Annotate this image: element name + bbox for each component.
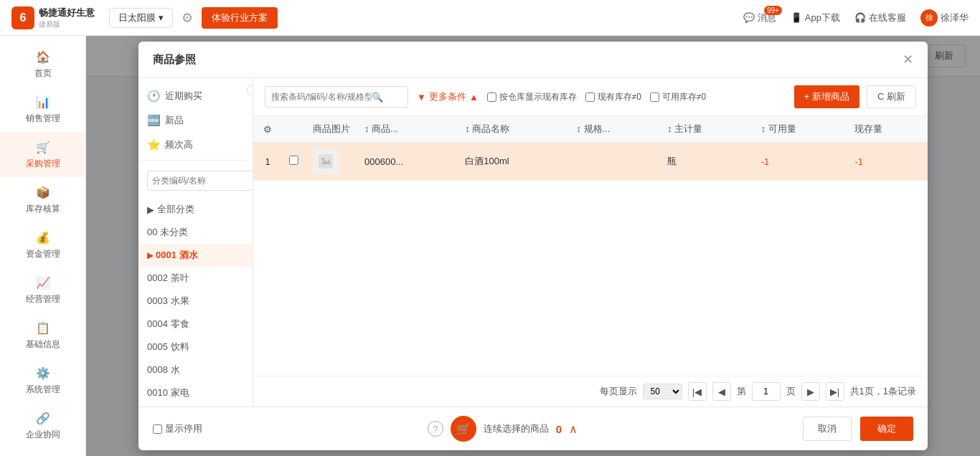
warehouse-stock-checkbox[interactable]: 按仓库显示现有库存: [487, 91, 577, 103]
cart-text: 连续选择的商品: [484, 422, 549, 435]
sidebar-item-inventory[interactable]: 📦 库存核算: [0, 177, 85, 222]
store-selector[interactable]: 日太阳膜 ▾: [109, 8, 173, 28]
category-wine[interactable]: ▶ 0001 酒水: [138, 244, 253, 267]
nonzero-available-checkbox[interactable]: 可用库存≠0: [650, 91, 706, 103]
messages-button[interactable]: 💬 消息 99+: [743, 11, 776, 24]
sidebar-item-base-info[interactable]: 📋 基础信息: [0, 313, 85, 358]
sidebar-item-home[interactable]: 🏠 首页: [0, 42, 85, 87]
category-all[interactable]: ▶ 全部分类: [138, 198, 253, 221]
row-checkbox[interactable]: [282, 143, 306, 181]
row-spec: [570, 143, 661, 181]
category-snack[interactable]: 0004 零食: [138, 313, 253, 336]
filter-arrow-icon: ▲: [469, 92, 479, 103]
prev-page-button[interactable]: ◀: [712, 382, 731, 401]
total-label: 共1页，1条记录: [850, 385, 916, 398]
active-arrow-icon: ▶: [147, 251, 153, 260]
row-code: 000600...: [357, 143, 458, 181]
app-download-button[interactable]: 📱 App下载: [791, 11, 840, 24]
sidebar-frequent[interactable]: ⭐ 频次高: [138, 133, 253, 157]
col-unit[interactable]: ↕ 主计量: [660, 116, 754, 143]
cart-icon[interactable]: 🛒: [451, 416, 476, 442]
modal-footer: 显示停用 ? 🛒 连续选择的商品 0 ∧ 取消 确定: [138, 407, 928, 450]
first-page-button[interactable]: |◀: [688, 382, 707, 401]
product-table-container: ⚙ 商品图片 ↕ 商品... ↕ 商品名称: [253, 116, 928, 376]
sidebar-recent-purchases[interactable]: 🕐 近期购买: [138, 84, 253, 108]
category-beverage[interactable]: 0005 饮料: [138, 336, 253, 358]
col-code[interactable]: ↕ 商品...: [357, 116, 458, 143]
help-button[interactable]: ?: [428, 421, 443, 437]
base-info-icon: 📋: [35, 320, 51, 336]
product-search-input[interactable]: [271, 92, 372, 102]
col-image: 商品图片: [306, 116, 357, 143]
online-service-button[interactable]: 🎧 在线客服: [854, 11, 906, 24]
col-name[interactable]: ↕ 商品名称: [458, 116, 569, 143]
nonzero-stock-checkbox[interactable]: 现有库存≠0: [585, 91, 641, 103]
next-page-button[interactable]: ▶: [801, 382, 820, 401]
home-icon: 🏠: [35, 49, 51, 65]
cart-expand-button[interactable]: ∧: [569, 422, 578, 436]
expand-icon: ▶: [147, 204, 154, 215]
more-filter-button[interactable]: ▼ 更多条件 ▲: [417, 90, 479, 103]
cancel-button[interactable]: 取消: [803, 417, 852, 441]
show-disabled-checkbox[interactable]: 显示停用: [153, 422, 202, 435]
col-available[interactable]: ↕ 可用量: [754, 116, 848, 143]
app-logo: 6 畅捷通好生意 捷易版: [11, 6, 95, 29]
category-uncategorized[interactable]: 00 未分类: [138, 221, 253, 244]
sidebar-item-purchase[interactable]: 🛒 采购管理: [0, 132, 85, 177]
category-search-input[interactable]: [147, 171, 253, 191]
last-page-button[interactable]: ▶|: [826, 382, 844, 401]
logo-icon: 6: [11, 6, 34, 29]
per-page-select[interactable]: 50 10 20 100: [643, 384, 682, 399]
table-row[interactable]: 1: [253, 143, 928, 181]
category-search-area: 🔍: [138, 163, 253, 195]
row-stock: -1: [847, 143, 928, 181]
management-icon: 📈: [35, 275, 51, 290]
product-table: ⚙ 商品图片 ↕ 商品... ↕ 商品名称: [253, 116, 928, 181]
finance-icon: 💰: [35, 229, 51, 245]
sidebar-item-cooperation[interactable]: 🔗 企业协同: [0, 403, 85, 448]
col-settings[interactable]: ⚙: [253, 116, 282, 143]
sidebar-item-guide[interactable]: 🌟 新手引导: [0, 448, 85, 456]
sidebar-item-sales[interactable]: 📊 销售管理: [0, 87, 85, 132]
navbar: 6 畅捷通好生意 捷易版 日太阳膜 ▾ ⚙ 体验行业方案 💬 消息 99+ 📱 …: [0, 0, 980, 36]
confirm-button[interactable]: 确定: [860, 417, 913, 441]
chevron-down-icon: ▾: [159, 12, 164, 23]
footer-right: 取消 确定: [803, 417, 913, 441]
col-stock[interactable]: 现存量: [847, 116, 928, 143]
search-icon[interactable]: 🔍: [372, 92, 383, 103]
star-icon: ⭐: [147, 138, 161, 151]
mobile-icon: 📱: [791, 12, 802, 23]
col-checkbox: [282, 116, 306, 143]
sidebar-item-management[interactable]: 📈 经营管理: [0, 267, 85, 313]
refresh-button[interactable]: C 刷新: [867, 85, 916, 108]
add-product-button[interactable]: + 新增商品: [794, 85, 859, 108]
purchase-icon: 🛒: [35, 139, 51, 155]
category-fruit[interactable]: 0003 水果: [138, 290, 253, 313]
user-avatar[interactable]: 徐 徐泽华: [920, 9, 969, 27]
page-number-input[interactable]: [752, 382, 781, 401]
cooperation-icon: 🔗: [35, 410, 51, 426]
col-spec[interactable]: ↕ 规格...: [570, 116, 661, 143]
toolbar-actions: + 新增商品 C 刷新: [794, 85, 916, 108]
inventory-icon: 📦: [35, 184, 51, 200]
category-list: ▶ 全部分类 00 未分类 ▶ 0001 酒水 0002 茶: [138, 195, 253, 407]
modal-title: 商品参照: [153, 53, 196, 67]
footer-cart: ? 🛒 连续选择的商品 0 ∧: [428, 416, 578, 442]
category-water[interactable]: 0008 水: [138, 358, 253, 381]
modal-toolbar: 🔍 ▼ 更多条件 ▲ 按仓库显示现有库存: [253, 78, 928, 116]
message-icon: 💬: [743, 12, 755, 23]
product-search-box[interactable]: 🔍: [265, 86, 408, 108]
sidebar-item-finance[interactable]: 💰 资金管理: [0, 222, 85, 267]
modal-sidebar: 《 🕐 近期购买 🆕 新品 ⭐ 频次高: [138, 78, 253, 407]
sidebar-new-products[interactable]: 🆕 新品: [138, 108, 253, 133]
sidebar-item-system[interactable]: ⚙️ 系统管理: [0, 358, 85, 403]
category-tea[interactable]: 0002 茶叶: [138, 267, 253, 290]
page-suffix: 页: [786, 385, 796, 398]
experience-button[interactable]: 体验行业方案: [202, 7, 278, 29]
page-label: 第: [737, 385, 746, 398]
row-name: 白酒100ml: [458, 143, 569, 181]
close-button[interactable]: ✕: [903, 52, 913, 67]
row-unit: 瓶: [660, 143, 754, 181]
gear-icon[interactable]: ⚙: [182, 10, 193, 26]
category-appliance[interactable]: 0010 家电: [138, 381, 253, 404]
